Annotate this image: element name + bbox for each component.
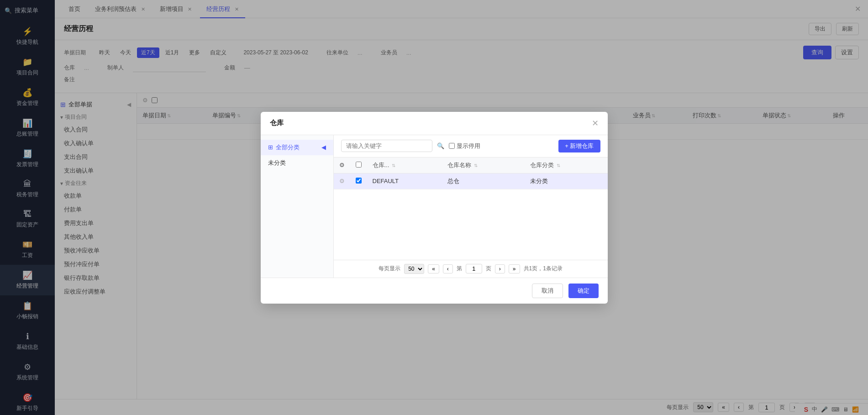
modal-total-label: 共1页，1条记录	[524, 265, 563, 273]
sort-icon[interactable]: ⇅	[474, 163, 478, 168]
modal-body: ⊞ 全部分类 ◀ 未分类 🔍 显示停用 + 新增仓库	[261, 135, 608, 278]
modal-col-gear: ⚙	[334, 158, 350, 173]
modal-search-input[interactable]	[341, 140, 432, 152]
modal-tree-item-all[interactable]: ⊞ 全部分类 ◀	[261, 140, 333, 155]
warehouse-modal: 仓库 ✕ ⊞ 全部分类 ◀ 未分类 🔍 显示停用 + 新增仓库	[261, 112, 608, 304]
row-name: 总仓	[442, 173, 525, 189]
row-checkbox[interactable]	[356, 178, 362, 184]
modal-close-button[interactable]: ✕	[592, 118, 599, 128]
modal-data-table: ⚙ 仓库... ⇅ 仓库名称 ⇅ 仓库分类	[334, 158, 608, 189]
modal-select-all[interactable]	[356, 162, 362, 168]
modal-right-area: 🔍 显示停用 + 新增仓库 ⚙ 仓库... ⇅	[334, 135, 608, 278]
modal-tree-item-label: 未分类	[268, 159, 286, 167]
sort-icon[interactable]: ⇅	[392, 163, 395, 168]
grid-icon: ⊞	[268, 144, 273, 151]
show-disabled-label[interactable]: 显示停用	[449, 142, 480, 150]
row-check[interactable]	[350, 173, 367, 189]
modal-page-input[interactable]	[466, 264, 482, 273]
modal-page-suffix: 页	[486, 265, 491, 273]
modal-table-area: ⚙ 仓库... ⇅ 仓库名称 ⇅ 仓库分类	[334, 158, 608, 260]
modal-tree-item-label: 全部分类	[276, 143, 300, 152]
modal-footer: 取消 确定	[261, 278, 608, 304]
modal-page-size-select[interactable]: 50	[404, 264, 424, 274]
modal-col-category: 仓库分类 ⇅	[525, 158, 607, 173]
modal-left-tree: ⊞ 全部分类 ◀ 未分类	[261, 135, 334, 278]
row-code: DEFAULT	[367, 173, 442, 189]
modal-pagination: 每页显示 50 « ‹ 第 页 › » 共1页，1条记录	[334, 260, 608, 278]
modal-header: 仓库 ✕	[261, 112, 608, 135]
modal-collapse-btn[interactable]: ◀	[321, 144, 326, 151]
modal-page-last[interactable]: »	[509, 264, 520, 273]
modal-search-btn[interactable]: 🔍	[437, 142, 444, 149]
modal-page-label: 第	[457, 265, 462, 273]
modal-table-row[interactable]: ⚙ DEFAULT 总仓 未分类	[334, 173, 608, 189]
modal-page-size-label: 每页显示	[379, 265, 400, 273]
modal-col-check	[350, 158, 367, 173]
show-disabled-checkbox[interactable]	[449, 143, 455, 149]
row-category: 未分类	[525, 173, 607, 189]
row-gear[interactable]: ⚙	[334, 173, 350, 189]
modal-cancel-button[interactable]: 取消	[532, 284, 563, 298]
modal-title: 仓库	[270, 119, 284, 127]
add-warehouse-button[interactable]: + 新增仓库	[558, 140, 600, 152]
modal-tree-item-uncategorized[interactable]: 未分类	[261, 155, 333, 171]
show-disabled-text: 显示停用	[457, 142, 480, 150]
modal-col-name: 仓库名称 ⇅	[442, 158, 525, 173]
modal-col-code: 仓库... ⇅	[367, 158, 442, 173]
modal-page-next[interactable]: ›	[495, 264, 505, 273]
modal-page-prev[interactable]: ‹	[443, 264, 453, 273]
sort-icon[interactable]: ⇅	[557, 163, 560, 168]
modal-confirm-button[interactable]: 确定	[568, 284, 599, 298]
modal-toolbar: 🔍 显示停用 + 新增仓库	[334, 135, 608, 158]
modal-page-first[interactable]: «	[428, 264, 439, 273]
